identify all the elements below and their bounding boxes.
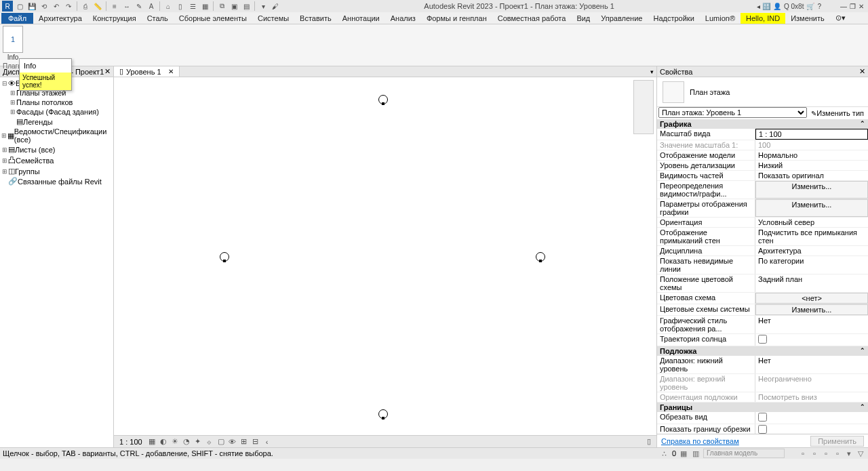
section-icon[interactable]: ▯ (175, 1, 186, 12)
prop-hidden-lines[interactable]: По категории (755, 256, 868, 274)
tab-architecture[interactable]: Архитектура (33, 13, 87, 24)
properties-apply-button[interactable]: Применить (810, 436, 864, 447)
tree-ceiling-plans[interactable]: ⊞Планы потолков (1, 98, 112, 107)
print-icon[interactable]: ⎙ (80, 1, 91, 12)
tab-manage[interactable]: Управление (595, 13, 648, 24)
tab-lumion[interactable]: Lumion® (700, 13, 741, 24)
close-hid-icon[interactable]: ▦ (199, 1, 210, 12)
tab-view[interactable]: Вид (571, 13, 595, 24)
vc-detail-icon[interactable]: ▦ (147, 437, 157, 447)
tab-hello-ind[interactable]: Hello, IND (741, 13, 785, 24)
tab-modify[interactable]: Изменить (785, 13, 830, 24)
sb-sel5-icon[interactable]: ▾ (844, 449, 854, 458)
switch-icon[interactable]: ⧉ (216, 1, 227, 12)
prop-vis-overrides-btn[interactable]: Изменить... (755, 181, 868, 199)
prop-model-display[interactable]: Нормально (755, 150, 868, 160)
tab-insert[interactable]: Вставить (294, 13, 337, 24)
sb-model-selector[interactable]: Главная модель (703, 449, 785, 458)
sb-sel2-icon[interactable]: ▫ (810, 449, 819, 458)
undo-icon[interactable]: ↶ (51, 1, 62, 12)
prop-orientation[interactable]: Условный север (755, 218, 868, 227)
cart-icon[interactable]: 🛒 (806, 3, 814, 10)
tab-file[interactable]: Файл (1, 13, 33, 24)
view-tab-level1[interactable]: ▯ Уровень 1 ✕ (114, 66, 180, 77)
vc-more-icon[interactable]: ‹ (262, 437, 272, 447)
tree-sheets[interactable]: ⊞▤ Листы (все) (1, 144, 112, 155)
ribbon-dropdown-item[interactable]: Info (20, 59, 71, 73)
prop-sys-color-btn[interactable]: Изменить... (755, 304, 868, 315)
prop-color-loc[interactable]: Задний план (755, 274, 868, 292)
minimize-icon[interactable]: — (840, 3, 847, 10)
sb-sel4-icon[interactable]: ▫ (833, 449, 842, 458)
tab-extra-icon[interactable]: ⊙▾ (830, 12, 851, 24)
cascade-icon[interactable]: ▣ (229, 1, 239, 12)
prop-view-scale[interactable]: 1 : 100 (755, 129, 868, 140)
view-tab-close-icon[interactable]: ✕ (168, 68, 174, 75)
user-label[interactable]: Q 0x8t (784, 3, 804, 10)
tree-legends[interactable]: ▤ Легенды (1, 117, 112, 127)
close-window-icon[interactable]: ✕ (859, 3, 864, 10)
tab-structure[interactable]: Конструкция (87, 13, 142, 24)
vc-render-icon[interactable]: ✦ (193, 437, 203, 447)
tab-systems[interactable]: Системы (252, 13, 294, 24)
vc-sun-icon[interactable]: ☀ (170, 437, 180, 447)
align-icon[interactable]: ≡ (109, 1, 120, 12)
vc-crop-icon[interactable]: ⟐ (205, 437, 214, 447)
text-icon[interactable]: A (146, 1, 157, 12)
pgroup-extents[interactable]: Границы⌃ (657, 403, 868, 412)
properties-help-link[interactable]: Справка по свойствам (661, 437, 739, 445)
save-icon[interactable]: 💾 (26, 1, 37, 12)
vc-cropreg-icon[interactable]: ▢ (216, 437, 226, 447)
measure-icon[interactable]: 📏 (92, 1, 103, 12)
sb-design-icon[interactable]: ▥ (691, 449, 701, 458)
prop-detail-level[interactable]: Низкий (755, 161, 868, 170)
vc-constraint-icon[interactable]: ⊟ (251, 437, 260, 447)
app-icon[interactable]: R (2, 1, 13, 12)
maximize-icon[interactable]: ❐ (850, 3, 856, 10)
3d-icon[interactable]: ⌂ (163, 1, 174, 12)
tab-massing[interactable]: Формы и генплан (421, 13, 492, 24)
sb-filter-icon[interactable]: ▽ (856, 449, 865, 458)
prop-sun-path[interactable] (755, 334, 868, 346)
properties-instance-selector[interactable]: План этажа: Уровень 1 (658, 107, 807, 118)
sb-editreq-icon[interactable]: ▦ (679, 449, 688, 458)
vc-hide-icon[interactable]: 👁 (228, 437, 237, 447)
prop-gfx-opts-btn[interactable]: Изменить... (755, 199, 868, 217)
pgroup-graphics[interactable]: Графика⌃ (657, 119, 868, 129)
tab-collab[interactable]: Совместная работа (492, 13, 572, 24)
prop-crop-view[interactable] (755, 412, 868, 424)
sb-sel1-icon[interactable]: ▫ (798, 449, 808, 458)
vc-scroll-icon[interactable]: ▯ (644, 437, 654, 447)
help-icon[interactable]: ? (817, 3, 821, 10)
prop-discipline[interactable]: Архитектура (755, 246, 868, 255)
tree-families[interactable]: ⊞凸 Семейства (1, 155, 112, 166)
prop-underlay-low[interactable]: Нет (755, 356, 868, 373)
tab-analyze[interactable]: Анализ (385, 13, 421, 24)
thin-icon[interactable]: ☰ (187, 1, 198, 12)
prop-wall-join[interactable]: Подчистить все примыкания стен (755, 228, 868, 245)
prop-parts-vis[interactable]: Показать оригинал (755, 171, 868, 180)
tab-steel[interactable]: Сталь (142, 13, 174, 24)
view-tabs-menu-icon[interactable]: ▾ (648, 68, 656, 75)
tag-icon[interactable]: ✎ (134, 1, 144, 12)
vc-reveal-icon[interactable]: ⊞ (239, 437, 249, 447)
sb-workset-icon[interactable]: ⛬ (660, 449, 669, 458)
edit-type-button[interactable]: ✎ Изменить тип (808, 107, 867, 119)
tree-elevations[interactable]: ⊞Фасады (Фасад здания) (1, 107, 112, 117)
elevation-marker[interactable] (220, 252, 229, 262)
sync-icon[interactable]: ⟲ (39, 1, 50, 12)
sb-sel3-icon[interactable]: ▫ (821, 449, 831, 458)
pgroup-underlay[interactable]: Подложка⌃ (657, 346, 868, 356)
info-center-icon[interactable]: ◂ 🔠 (757, 3, 770, 10)
prop-crop-visible[interactable] (755, 424, 868, 434)
dim-icon[interactable]: ↔ (121, 1, 132, 12)
user-icon[interactable]: 👤 (773, 3, 781, 10)
tab-precast[interactable]: Сборные элементы (174, 13, 252, 24)
settings-icon[interactable]: ▾ (258, 1, 269, 12)
vc-shadow-icon[interactable]: ◔ (182, 437, 191, 447)
tile-icon[interactable]: ▤ (241, 1, 252, 12)
open-icon[interactable]: ▢ (14, 1, 25, 12)
elevation-marker[interactable] (378, 95, 388, 104)
paint-icon[interactable]: 🖌 (270, 1, 281, 12)
tree-revit-links[interactable]: 🔗 Связанные файлы Revit (1, 176, 112, 186)
